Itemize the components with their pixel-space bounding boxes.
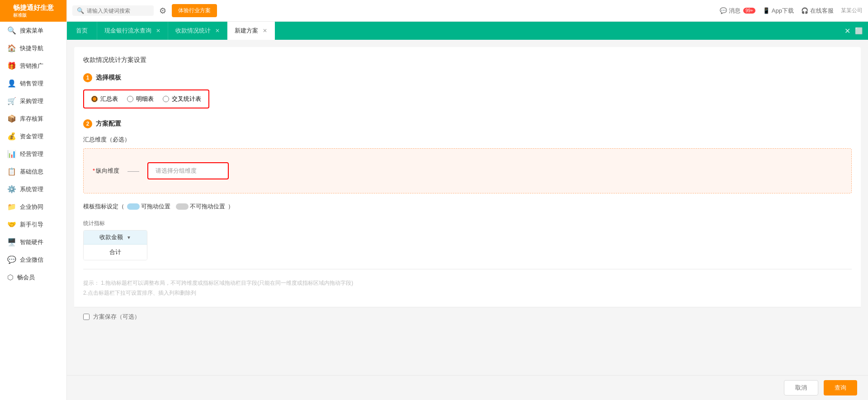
step2-num: 2 [83,119,92,128]
folder-icon: 📁 [7,202,16,211]
tab-bank-label: 现金银行流水查询 [104,27,151,35]
main-content: 收款情况统计方案设置 1 选择模板 汇总表 明细表 交叉统计表 [67,40,868,400]
support-label: 在线客服 [810,7,834,15]
hint-line2: 2.点击标题栏下拉可设置排序、插入列和删除列 [83,288,852,298]
sidebar-item-operations[interactable]: 📊 经营管理 [0,145,66,163]
save-checkbox[interactable] [83,314,90,320]
sidebar-item-quick-nav[interactable]: 🏠 快捷导航 [0,39,66,57]
dimension-select[interactable]: 请选择分组维度 [147,162,229,179]
tab-bar: 首页 现金银行流水查询 ✕ 收款情况统计 ✕ 新建方案 ✕ ✕ ⬜ [67,22,868,40]
support-icon: 🎧 [801,7,808,14]
sidebar-item-smart-hw[interactable]: 🖥️ 智能硬件 [0,233,66,251]
sidebar-item-enterprise[interactable]: 📁 企业协同 [0,198,66,216]
home-icon: 🏠 [7,44,16,52]
metrics-col-body: 合计 [84,245,147,260]
dimension-row: 纵向维度 —— 请选择分组维度 [93,162,842,179]
cart-icon: 🛒 [7,97,16,105]
tab-bank-flow[interactable]: 现金银行流水查询 ✕ [97,22,168,40]
tab-collection-label: 收款情况统计 [175,27,211,35]
tab-new-plan-close-icon[interactable]: ✕ [263,28,267,34]
radio-summary[interactable]: 汇总表 [91,95,118,103]
sidebar-label-smart: 智能硬件 [20,238,43,246]
sidebar-item-finance[interactable]: 💰 资金管理 [0,127,66,145]
metrics-col-header[interactable]: 收款金额 ▼ [84,231,147,245]
online-support-btn[interactable]: 🎧 在线客服 [801,7,834,15]
header: 🔍 ⚙ 体验行业方案 💬 消息 99+ 📱 App下载 🎧 在线客服 某某公司 [67,0,868,22]
msg-badge: 99+ [743,8,755,14]
sidebar-item-sales[interactable]: 👤 销售管理 [0,75,66,92]
radio-summary-input[interactable] [91,96,98,102]
radio-cross-input[interactable] [163,96,169,102]
radio-summary-label: 汇总表 [100,95,118,103]
radio-cross-label: 交叉统计表 [172,95,201,103]
step1-num: 1 [83,73,92,82]
cancel-button[interactable]: 取消 [784,380,818,395]
tab-home[interactable]: 首页 [67,22,97,40]
tab-collection-close-icon[interactable]: ✕ [215,28,220,34]
sidebar-item-marketing[interactable]: 🎁 营销推广 [0,57,66,75]
money-icon: 💰 [7,132,16,141]
maximize-icon[interactable]: ⬜ [855,27,863,34]
trial-btn[interactable]: 体验行业方案 [172,4,217,17]
tab-collection-stat[interactable]: 收款情况统计 ✕ [168,22,227,40]
hints-section: 提示： 1.拖动标题栏可以调整布局，不可跨维度或指标区域拖动栏目字段(只能在同一… [83,278,852,298]
step2-header: 2 方案配置 [83,119,852,128]
arrow-icon: —— [127,168,139,174]
monitor-icon: 🖥️ [7,238,16,246]
search-bar[interactable]: 🔍 [72,5,154,16]
chat-icon: 💬 [7,255,16,264]
tab-new-plan[interactable]: 新建方案 ✕ [227,22,275,40]
member-icon: ⬡ [7,273,14,282]
tab-home-label: 首页 [76,27,88,35]
app-download-label: App下载 [772,7,794,15]
radio-cross[interactable]: 交叉统计表 [163,95,201,103]
metrics-section-label: 统计指标 [83,220,852,227]
can-drag-label: 可拖动位置 [141,202,170,211]
sidebar-label-member: 畅会员 [17,273,35,282]
footer: 取消 查询 [67,375,868,400]
message-icon: 💬 [720,7,727,14]
sidebar: 畅捷通好生意 标准版 🔍 搜索菜单 🏠 快捷导航 🎁 营销推广 👤 销售管理 🛒… [0,0,67,400]
sidebar-item-system[interactable]: ⚙️ 系统管理 [0,180,66,198]
search-icon-header: 🔍 [77,7,84,14]
query-button[interactable]: 查询 [824,380,857,395]
radio-detail-label: 明细表 [136,95,154,103]
user-info: 某某公司 [841,7,863,14]
sidebar-label-search: 搜索菜单 [20,27,43,35]
search-input[interactable] [87,8,146,14]
metrics-section: 统计指标 收款金额 ▼ 合计 [83,220,852,262]
doc-icon: 📋 [7,167,16,176]
metrics-col1-label: 收款金额 [99,233,123,241]
step1-label: 选择模板 [96,74,121,82]
radio-detail-input[interactable] [127,96,133,102]
sidebar-label-inventory: 库存核算 [20,115,43,123]
dimension-area: 纵向维度 —— 请选择分组维度 [83,148,852,193]
sidebar-item-guide[interactable]: 🤝 新手引导 [0,216,66,233]
sidebar-label-nav: 快捷导航 [20,44,43,52]
settings-icon[interactable]: ⚙ [159,6,166,16]
app-download-btn[interactable]: 📱 App下载 [763,7,794,15]
sidebar-item-basic-info[interactable]: 📋 基础信息 [0,163,66,180]
sidebar-item-member[interactable]: ⬡ 畅会员 [0,268,66,286]
sidebar-item-search-menu[interactable]: 🔍 搜索菜单 [0,22,66,39]
sidebar-item-purchase[interactable]: 🛒 采购管理 [0,92,66,110]
close-window-icon[interactable]: ✕ [844,27,850,35]
sidebar-label-operations: 经营管理 [20,150,43,158]
sidebar-logo: 畅捷通好生意 标准版 [0,0,66,22]
handshake-icon: 🤝 [7,220,16,229]
save-section: 方案保存（可选） [74,307,861,326]
vertical-dim-label: 纵向维度 [93,167,119,175]
step1-header: 1 选择模板 [83,73,852,82]
sidebar-label-wechat: 企业微信 [20,256,43,264]
sidebar-item-inventory[interactable]: 📦 库存核算 [0,110,66,127]
sidebar-label-marketing: 营销推广 [20,62,43,70]
sidebar-label-basic: 基础信息 [20,168,43,176]
tab-bank-close-icon[interactable]: ✕ [156,28,160,34]
msg-label: 消息 [729,7,741,15]
metrics-close-paren: ） [228,202,234,211]
dimension-group-label: 汇总维度（必选） [83,136,852,144]
content-area: 收款情况统计方案设置 1 选择模板 汇总表 明细表 交叉统计表 [74,47,861,326]
radio-detail[interactable]: 明细表 [127,95,154,103]
messages-btn[interactable]: 💬 消息 99+ [720,7,755,15]
sidebar-item-wechat[interactable]: 💬 企业微信 [0,251,66,268]
